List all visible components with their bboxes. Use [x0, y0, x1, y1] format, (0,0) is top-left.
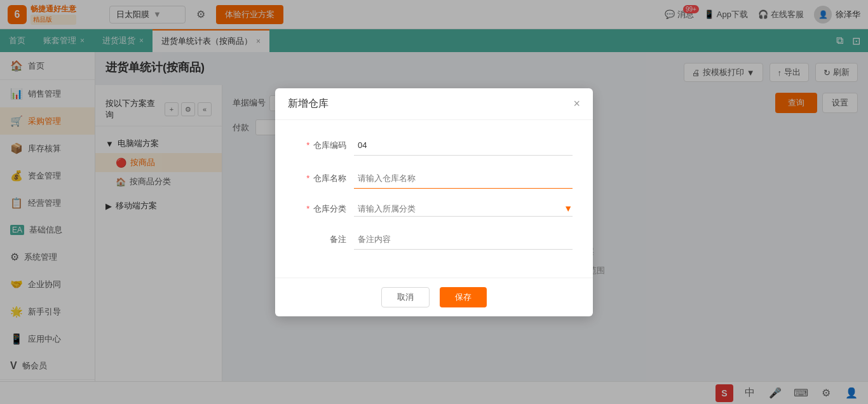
warehouse-name-input[interactable] — [354, 168, 573, 189]
form-label-code: * 仓库编码 — [295, 140, 346, 151]
save-button[interactable]: 保存 — [440, 287, 487, 307]
form-row-remark: 备注 — [295, 229, 573, 250]
form-row-name: * 仓库名称 — [295, 168, 573, 189]
warehouse-code-input[interactable] — [354, 135, 573, 156]
form-row-code: * 仓库编码 — [295, 135, 573, 156]
warehouse-remark-input[interactable] — [354, 229, 573, 250]
form-label-category: * 仓库分类 — [295, 203, 346, 215]
dialog-body: * 仓库编码 * 仓库名称 * 仓库分类 — [275, 120, 593, 278]
form-label-remark: 备注 — [295, 234, 346, 245]
form-row-category: * 仓库分类 ▼ — [295, 201, 573, 217]
form-label-name: * 仓库名称 — [295, 173, 346, 184]
dialog-overlay: 新增仓库 × * 仓库编码 * 仓库名称 — [0, 0, 868, 404]
select-arrow-icon: ▼ — [564, 203, 573, 213]
warehouse-category-input[interactable] — [354, 201, 564, 216]
cancel-button[interactable]: 取消 — [381, 287, 430, 307]
dialog-footer: 取消 保存 — [275, 278, 593, 316]
dialog-title: 新增仓库 — [288, 97, 329, 111]
dialog-header: 新增仓库 × — [275, 88, 593, 120]
dialog-close-btn[interactable]: × — [573, 98, 580, 109]
new-warehouse-dialog: 新增仓库 × * 仓库编码 * 仓库名称 — [275, 88, 593, 316]
warehouse-category-wrapper: ▼ — [354, 201, 573, 217]
